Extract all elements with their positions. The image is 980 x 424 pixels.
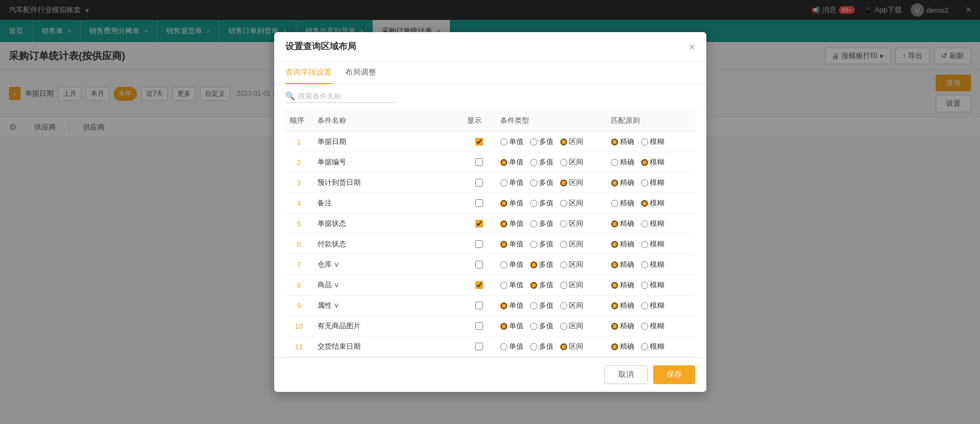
radio-fuzzy-8[interactable]: 模糊 (641, 301, 664, 311)
display-checkbox-2[interactable] (475, 179, 483, 187)
radio-exact-5[interactable]: 精确 (611, 239, 634, 249)
radio-range-input-0[interactable] (560, 138, 567, 146)
radio-fuzzy-input-8[interactable] (641, 302, 648, 309)
radio-range-0[interactable]: 区间 (560, 137, 583, 147)
radio-multi-7[interactable]: 多值 (530, 280, 553, 290)
radio-range-4[interactable]: 区间 (560, 219, 583, 229)
radio-range-input-9[interactable] (560, 323, 567, 330)
radio-exact-input-5[interactable] (611, 241, 618, 248)
radio-single-input-6[interactable] (500, 261, 507, 268)
radio-range-input-2[interactable] (560, 179, 567, 187)
display-checkbox-10[interactable] (475, 343, 483, 350)
radio-single-4[interactable]: 单值 (500, 219, 524, 229)
radio-fuzzy-input-1[interactable] (641, 159, 648, 166)
radio-range-input-10[interactable] (560, 343, 567, 350)
radio-single-7[interactable]: 单值 (500, 280, 524, 290)
radio-exact-6[interactable]: 精确 (611, 260, 634, 270)
display-checkbox-0[interactable] (475, 138, 483, 146)
radio-range-2[interactable]: 区间 (560, 178, 583, 188)
radio-fuzzy-5[interactable]: 模糊 (641, 239, 664, 249)
radio-multi-input-3[interactable] (530, 200, 537, 207)
save-button[interactable]: 保存 (653, 365, 695, 384)
radio-exact-input-10[interactable] (611, 343, 618, 350)
radio-single-1[interactable]: 单值 (500, 157, 524, 167)
radio-fuzzy-9[interactable]: 模糊 (641, 321, 664, 331)
radio-multi-10[interactable]: 多值 (530, 342, 553, 351)
cancel-button[interactable]: 取消 (604, 365, 648, 384)
display-checkbox-7[interactable] (475, 281, 483, 289)
radio-range-input-7[interactable] (560, 282, 567, 289)
radio-fuzzy-1[interactable]: 模糊 (641, 157, 664, 167)
display-checkbox-6[interactable] (475, 261, 483, 268)
radio-exact-input-3[interactable] (611, 200, 618, 207)
radio-single-input-0[interactable] (500, 138, 507, 146)
radio-multi-1[interactable]: 多值 (530, 157, 553, 167)
radio-range-9[interactable]: 区间 (560, 321, 583, 331)
radio-exact-input-6[interactable] (611, 261, 618, 268)
radio-single-3[interactable]: 单值 (500, 198, 524, 208)
radio-fuzzy-6[interactable]: 模糊 (641, 260, 664, 270)
radio-fuzzy-2[interactable]: 模糊 (641, 178, 664, 188)
radio-multi-6[interactable]: 多值 (530, 260, 553, 270)
radio-exact-input-4[interactable] (611, 220, 618, 227)
radio-exact-8[interactable]: 精确 (611, 301, 634, 311)
radio-fuzzy-input-5[interactable] (641, 241, 648, 248)
radio-range-input-4[interactable] (560, 220, 567, 227)
radio-single-8[interactable]: 单值 (500, 301, 524, 311)
radio-fuzzy-input-9[interactable] (641, 323, 648, 330)
radio-fuzzy-7[interactable]: 模糊 (641, 280, 664, 290)
tab-query-fields[interactable]: 查询字段设置 (285, 62, 332, 84)
radio-fuzzy-4[interactable]: 模糊 (641, 219, 664, 229)
radio-multi-input-2[interactable] (530, 179, 537, 187)
radio-multi-3[interactable]: 多值 (530, 198, 553, 208)
radio-multi-input-9[interactable] (530, 323, 537, 330)
radio-range-3[interactable]: 区间 (560, 198, 583, 208)
radio-exact-7[interactable]: 精确 (611, 280, 634, 290)
radio-range-7[interactable]: 区间 (560, 280, 583, 290)
radio-exact-input-8[interactable] (611, 302, 618, 309)
radio-exact-1[interactable]: 精确 (611, 157, 634, 167)
radio-multi-8[interactable]: 多值 (530, 301, 553, 311)
radio-multi-input-6[interactable] (530, 261, 537, 268)
radio-range-input-8[interactable] (560, 302, 567, 309)
radio-fuzzy-input-0[interactable] (641, 138, 648, 146)
radio-multi-input-4[interactable] (530, 220, 537, 227)
display-checkbox-4[interactable] (475, 220, 483, 227)
tab-layout[interactable]: 布局调整 (345, 62, 376, 84)
radio-range-input-5[interactable] (560, 241, 567, 248)
radio-fuzzy-3[interactable]: 模糊 (641, 198, 664, 208)
radio-multi-4[interactable]: 多值 (530, 219, 553, 229)
radio-range-5[interactable]: 区间 (560, 239, 583, 249)
radio-range-input-1[interactable] (560, 159, 567, 166)
radio-single-6[interactable]: 单值 (500, 260, 524, 270)
radio-exact-input-9[interactable] (611, 323, 618, 330)
radio-multi-5[interactable]: 多值 (530, 239, 553, 249)
radio-fuzzy-input-10[interactable] (641, 343, 648, 350)
radio-single-input-2[interactable] (500, 179, 507, 187)
radio-single-5[interactable]: 单值 (500, 239, 524, 249)
radio-range-input-3[interactable] (560, 200, 567, 207)
display-checkbox-8[interactable] (475, 302, 483, 309)
display-checkbox-5[interactable] (475, 240, 483, 248)
radio-single-input-8[interactable] (500, 302, 507, 309)
radio-fuzzy-input-4[interactable] (641, 220, 648, 227)
radio-single-9[interactable]: 单值 (500, 321, 524, 331)
radio-exact-9[interactable]: 精确 (611, 321, 634, 331)
radio-exact-4[interactable]: 精确 (611, 219, 634, 229)
radio-single-input-10[interactable] (500, 343, 507, 350)
radio-fuzzy-0[interactable]: 模糊 (641, 137, 664, 147)
radio-single-input-3[interactable] (500, 200, 507, 207)
radio-exact-3[interactable]: 精确 (611, 198, 634, 208)
radio-multi-2[interactable]: 多值 (530, 178, 553, 188)
radio-multi-input-7[interactable] (530, 282, 537, 289)
display-checkbox-3[interactable] (475, 199, 483, 207)
dialog-close-button[interactable]: × (689, 42, 695, 52)
radio-single-0[interactable]: 单值 (500, 137, 524, 147)
radio-exact-input-7[interactable] (611, 282, 618, 289)
radio-multi-9[interactable]: 多值 (530, 321, 553, 331)
radio-single-input-1[interactable] (500, 159, 507, 166)
radio-multi-input-0[interactable] (530, 138, 537, 146)
radio-fuzzy-input-3[interactable] (641, 200, 648, 207)
radio-multi-input-8[interactable] (530, 302, 537, 309)
radio-single-input-4[interactable] (500, 220, 507, 227)
